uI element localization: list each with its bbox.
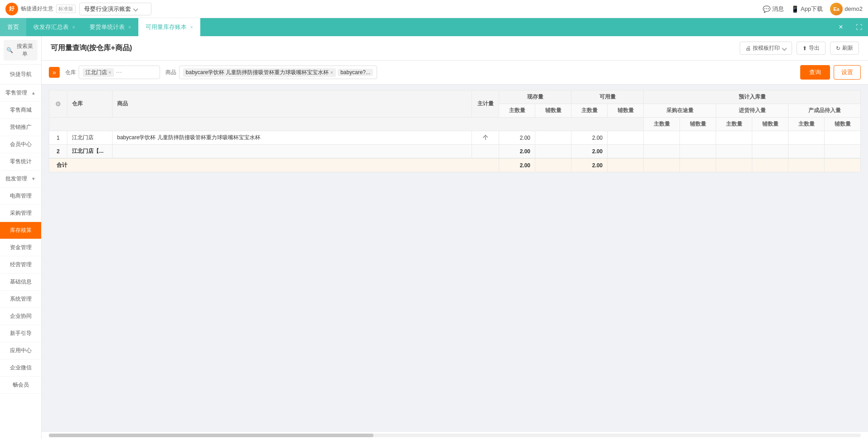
refresh-button[interactable]: ↻ 刷新 [830,42,859,55]
total-production-sub [825,158,861,172]
row-2-purchase-transit-sub [680,145,716,159]
row-2-production-sub [825,145,861,159]
search-menu-button[interactable]: 🔍 搜索菜单 [4,40,38,61]
sidebar-item-enterprise-wechat[interactable]: 企业微信 [0,359,41,377]
product-tag-text-0: babycare学饮杯 儿童防摔防撞吸管杯重力球吸嘴杯宝宝水杯 [186,69,329,76]
sidebar-item-new-guide[interactable]: 新手引导 [0,325,41,342]
system-mgmt-label: 系统管理 [10,295,32,303]
product-tag-0-close[interactable]: × [330,70,333,75]
filter-action-buttons: 查询 设置 [800,65,861,80]
tab-available[interactable]: 可用量库存账本 × [138,18,200,36]
logo-icon: 好 [5,3,18,15]
sidebar-item-retail-mgmt[interactable]: 零售管理 ▲ [0,85,41,102]
row-1-purchase-transit-sub [680,131,716,145]
row-1-warehouse: 江北门店 [67,131,113,145]
sidebar-quick-nav[interactable]: 快捷导航 [0,65,41,85]
horizontal-scrollbar[interactable] [49,434,861,437]
product-tag-1: babycare?... [338,69,373,76]
settings-button[interactable]: 设置 [834,65,861,80]
tab-receipt[interactable]: 收发存汇总表 × [26,18,82,36]
col-header-settings[interactable]: ⚙ [49,90,67,118]
refresh-label: 刷新 [842,44,853,52]
template-print-icon: 🖨 [745,45,751,52]
warehouse-tag-text: 江北门店 [85,69,107,76]
scroll-thumb[interactable] [49,434,373,437]
export-label: 导出 [809,44,820,52]
search-menu-label: 搜索菜单 [15,42,35,58]
row-1-current-sub [535,131,571,145]
tab-available-close[interactable]: × [190,25,193,30]
top-bar-left: 好 畅捷通好生意 标准版 母婴行业演示账套 [5,3,151,15]
row-1-available-sub [608,131,644,145]
nav-tabs: 首页 收发存汇总表 × 要货单统计表 × 可用量库存账本 × × ⛶ [0,18,868,36]
purchase-mgmt-label: 采购管理 [10,209,32,217]
retail-mgmt-label: 零售管理 [5,89,27,97]
industry-selector-text: 母婴行业演示账套 [84,5,131,13]
sidebar-item-basic-info[interactable]: 基础信息 [0,274,41,291]
sidebar-item-retail-stats[interactable]: 零售统计 [0,153,41,170]
sidebar-item-ecommerce[interactable]: 电商管理 [0,188,41,205]
query-button[interactable]: 查询 [800,65,830,80]
total-purchase-transit-sub [680,158,716,172]
export-icon: ⬆ [802,45,807,52]
msg-button[interactable]: 消息 [763,5,784,13]
tab-order[interactable]: 要货单统计表 × [82,18,138,36]
sidebar-item-member[interactable]: 畅会员 [0,377,41,394]
filter-expand-button[interactable]: » [49,67,60,78]
warehouse-tag-close[interactable]: × [108,70,111,75]
row-2-inbound-sub [752,145,788,159]
col-header-inbound-main: 主数量 [716,118,752,131]
row-1-unit: 个 [472,131,499,145]
row-1-production-sub [825,131,861,145]
sidebar-item-member-center[interactable]: 会员中心 [0,136,41,153]
sidebar-item-retail-mall[interactable]: 零售商城 [0,102,41,119]
warehouse-tag-0: 江北门店 × [83,68,114,77]
row-2-inbound-main [716,145,752,159]
nav-expand-button[interactable]: ⛶ [850,18,868,36]
row-1-inbound-sub [752,131,788,145]
settings-icon[interactable]: ⚙ [55,100,61,108]
quick-nav-button[interactable]: 快捷导航 [4,68,38,80]
tab-order-close[interactable]: × [128,25,131,30]
row-1-current-main: 2.00 [499,131,535,145]
sidebar-item-enterprise-collab[interactable]: 企业协同 [0,308,41,325]
total-available-sub [608,158,644,172]
nav-close-button[interactable]: × [832,18,850,36]
tab-receipt-close[interactable]: × [72,25,75,30]
tab-home[interactable]: 首页 [0,18,26,36]
row-2-available-sub [608,145,644,159]
warehouse-tag-container[interactable]: 江北门店 × ··· [79,66,160,79]
sidebar-item-finance-mgmt[interactable]: 资金管理 [0,239,41,256]
sidebar-item-app-center[interactable]: 应用中心 [0,342,41,359]
total-row: 合计 2.00 2.00 [49,158,861,172]
sidebar-item-inventory-check[interactable]: 库存核算 [0,222,41,239]
template-print-button[interactable]: 🖨 按模板打印 [740,42,792,55]
main-layout: 🔍 搜索菜单 快捷导航 零售管理 ▲ 零售商城 营销推广 会员中心 零售统计 批… [0,36,868,439]
app-download-button[interactable]: App下载 [791,5,823,13]
sidebar-item-marketing[interactable]: 营销推广 [0,119,41,136]
sidebar-search[interactable]: 🔍 搜索菜单 [0,36,41,65]
total-inbound-main [716,158,752,172]
tab-order-label: 要货单统计表 [90,23,125,31]
sidebar-item-system-mgmt[interactable]: 系统管理 [0,291,41,308]
enterprise-wechat-label: 企业微信 [10,364,32,372]
warehouse-filter-dots[interactable]: ··· [116,68,122,76]
sidebar-item-operations-mgmt[interactable]: 经营管理 [0,256,41,274]
user-name: demo2 [844,5,863,12]
industry-selector[interactable]: 母婴行业演示账套 [79,3,151,15]
user-profile[interactable]: Ea demo2 [830,3,863,15]
col-header-warehouse: 仓库 [67,90,113,118]
wholesale-mgmt-arrow: ▼ [31,176,36,181]
export-button[interactable]: ⬆ 导出 [797,42,826,55]
row-1-purchase-transit-main [644,131,680,145]
total-current-main: 2.00 [499,158,535,172]
table-footer [42,431,868,439]
sidebar-item-wholesale-mgmt[interactable]: 批发管理 ▼ [0,170,41,188]
product-tag-container[interactable]: babycare学饮杯 儿童防摔防撞吸管杯重力球吸嘴杯宝宝水杯 × babyca… [179,66,377,79]
sidebar-item-purchase-mgmt[interactable]: 采购管理 [0,205,41,222]
row-1-inbound-main [716,131,752,145]
col-header-inbound-sub: 辅数量 [752,118,788,131]
retail-mgmt-arrow: ▲ [31,90,36,95]
row-2-warehouse: 江北门店【... [67,145,113,159]
ecommerce-label: 电商管理 [10,192,32,200]
